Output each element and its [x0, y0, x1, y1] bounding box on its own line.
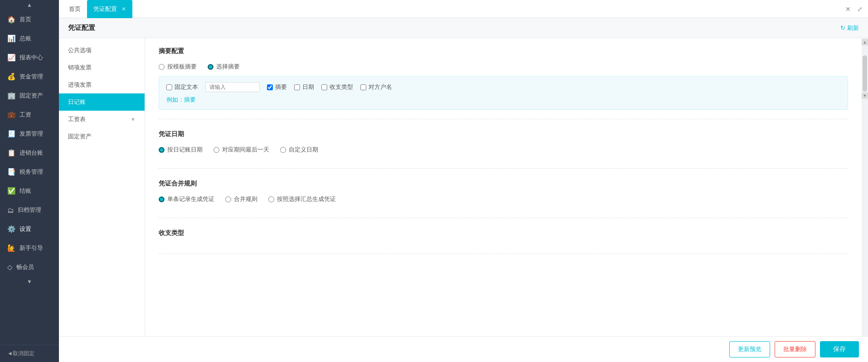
income-type-checkbox-item[interactable]: 收支类型 — [321, 83, 353, 91]
sidebar-item-label: 归档管理 — [18, 206, 41, 214]
refresh-label: 刷新 — [847, 24, 859, 32]
sidebar-item-label: 报表中心 — [19, 54, 43, 62]
sidebar-item-home[interactable]: 🏠 首页 — [0, 10, 59, 29]
merge-rule-label: 合并规则 — [234, 195, 257, 203]
merge-single-label: 单条记录生成凭证 — [167, 195, 214, 203]
sidebar-item-guide[interactable]: 🙋 新手引导 — [0, 239, 59, 258]
scroll-thumb[interactable] — [863, 55, 867, 92]
fixed-text-checkbox[interactable] — [166, 84, 172, 90]
left-nav-label: 进项发票 — [68, 81, 92, 89]
tab-close-icon[interactable]: ✕ — [121, 6, 126, 12]
merge-selection-radio[interactable] — [268, 196, 274, 202]
date-option-journal[interactable]: 按日记账日期 — [159, 146, 203, 154]
sidebar-item-label: 首页 — [19, 15, 31, 24]
abstract-checkbox[interactable] — [267, 84, 273, 90]
close-account-icon: ✅ — [7, 187, 16, 195]
refresh-button[interactable]: ↻ 刷新 — [840, 24, 859, 32]
date-checkbox[interactable] — [294, 84, 300, 90]
abstract-section: 摘要配置 按模板摘要 选择摘要 固定文本 — [159, 47, 848, 119]
left-nav-item-purchase-invoice[interactable]: 进项发票 — [59, 76, 145, 93]
save-button[interactable]: 保存 — [820, 341, 859, 357]
date-journal-radio[interactable] — [159, 147, 165, 153]
sidebar-item-report[interactable]: 📈 报表中心 — [0, 48, 59, 67]
sidebar-item-label: 发票管理 — [19, 130, 43, 138]
abstract-mode-template[interactable]: 按模板摘要 — [159, 63, 197, 71]
batch-delete-button[interactable]: 批量删除 — [775, 341, 815, 357]
sidebar-unpin-button[interactable]: ◄取消固定 — [0, 345, 59, 362]
sidebar-scroll-down[interactable]: ▼ — [0, 277, 59, 287]
fixed-text-input[interactable] — [205, 82, 260, 92]
left-nav-label: 固定资产 — [68, 132, 92, 141]
tab-voucher-config[interactable]: 凭证配置 ✕ — [87, 0, 132, 18]
abstract-template-label: 按模板摘要 — [167, 63, 197, 71]
sidebar-item-label: 畅会员 — [16, 263, 34, 271]
sidebar-item-invoice[interactable]: 🧾 发票管理 — [0, 124, 59, 143]
sidebar-item-member[interactable]: ◇ 畅会员 — [0, 258, 59, 277]
date-section: 凭证日期 按日记账日期 对应期间最后一天 自定义日期 — [159, 130, 848, 169]
left-nav-item-public[interactable]: 公共选项 — [59, 42, 145, 59]
income-type-label: 收支类型 — [330, 83, 353, 91]
tab-home-label: 首页 — [69, 5, 81, 13]
left-nav-label: 公共选项 — [68, 46, 92, 54]
window-close-icon[interactable]: ✕ — [844, 5, 853, 13]
merge-section: 凭证合并规则 单条记录生成凭证 合并规则 按照选择汇总生成凭证 — [159, 180, 848, 218]
sidebar-item-settings[interactable]: ⚙️ 设置 — [0, 220, 59, 239]
fixed-text-checkbox-item[interactable]: 固定文本 — [166, 83, 198, 91]
merge-option-rule[interactable]: 合并规则 — [225, 195, 257, 203]
refresh-icon: ↻ — [840, 24, 845, 31]
left-nav-item-journal[interactable]: 日记账 — [59, 93, 145, 111]
main-area: 首页 凭证配置 ✕ ✕ ⤢ 凭证配置 ↻ 刷新 公共选项 销项发票 进 — [59, 0, 868, 362]
sidebar-scroll-up[interactable]: ▲ — [0, 0, 59, 10]
sidebar-item-sales[interactable]: 📋 进销台账 — [0, 143, 59, 162]
scroll-up-btn[interactable]: ▲ — [862, 39, 868, 45]
income-type-checkbox[interactable] — [321, 84, 327, 90]
left-nav-item-payroll-table[interactable]: 工资表 ▼ — [59, 111, 145, 128]
fixed-text-label: 固定文本 — [175, 83, 198, 91]
date-checkbox-item[interactable]: 日期 — [294, 83, 314, 91]
counterpart-checkbox-item[interactable]: 对方户名 — [360, 83, 392, 91]
sidebar-item-label: 税务管理 — [19, 168, 43, 176]
abstract-select-radio[interactable] — [208, 64, 213, 70]
merge-option-single[interactable]: 单条记录生成凭证 — [159, 195, 214, 203]
date-journal-label: 按日记账日期 — [167, 146, 203, 154]
tab-home[interactable]: 首页 — [63, 0, 87, 18]
tab-bar-actions: ✕ ⤢ — [844, 5, 864, 13]
sidebar-item-tax[interactable]: 📑 税务管理 — [0, 162, 59, 181]
right-content: 摘要配置 按模板摘要 选择摘要 固定文本 — [145, 38, 862, 336]
counterpart-checkbox[interactable] — [360, 84, 366, 90]
date-section-title: 凭证日期 — [159, 130, 848, 138]
date-option-custom[interactable]: 自定义日期 — [280, 146, 318, 154]
abstract-config-box: 固定文本 摘要 日期 收支类型 — [159, 76, 848, 110]
sidebar-item-close[interactable]: ✅ 结账 — [0, 181, 59, 201]
sidebar-item-fund[interactable]: 💰 资金管理 — [0, 67, 59, 86]
scroll-down-btn[interactable]: ▼ — [862, 93, 868, 99]
merge-section-title: 凭证合并规则 — [159, 180, 848, 188]
merge-single-radio[interactable] — [159, 196, 165, 202]
date-custom-radio[interactable] — [280, 147, 286, 153]
left-nav-item-sales-invoice[interactable]: 销项发票 — [59, 59, 145, 76]
update-preview-button[interactable]: 更新预览 — [729, 341, 770, 357]
abstract-select-label: 选择摘要 — [216, 63, 240, 71]
sidebar-item-payroll[interactable]: 💼 工资 — [0, 105, 59, 124]
settings-icon: ⚙️ — [7, 225, 16, 233]
sidebar-item-archive[interactable]: 🗂 归档管理 — [0, 201, 59, 220]
left-nav-label: 日记账 — [68, 98, 86, 106]
left-nav-item-fixed-assets[interactable]: 固定资产 — [59, 128, 145, 145]
sidebar-item-ledger[interactable]: 📊 总账 — [0, 29, 59, 48]
assets-icon: 🏢 — [7, 92, 16, 100]
abstract-template-radio[interactable] — [159, 64, 165, 70]
counterpart-label: 对方户名 — [369, 83, 392, 91]
date-last-day-radio[interactable] — [213, 147, 219, 153]
tax-icon: 📑 — [7, 168, 16, 176]
merge-rule-radio[interactable] — [225, 196, 231, 202]
report-icon: 📈 — [7, 54, 16, 62]
date-custom-label: 自定义日期 — [289, 146, 318, 154]
window-resize-icon[interactable]: ⤢ — [855, 5, 864, 13]
merge-option-by-selection[interactable]: 按照选择汇总生成凭证 — [268, 195, 336, 203]
date-option-last-day[interactable]: 对应期间最后一天 — [213, 146, 269, 154]
merge-options-group: 单条记录生成凭证 合并规则 按照选择汇总生成凭证 — [159, 195, 848, 203]
abstract-checkbox-item[interactable]: 摘要 — [267, 83, 287, 91]
abstract-mode-select[interactable]: 选择摘要 — [208, 63, 240, 71]
sidebar-item-assets[interactable]: 🏢 固定资产 — [0, 86, 59, 105]
sidebar-item-label: 新手引导 — [19, 244, 43, 252]
